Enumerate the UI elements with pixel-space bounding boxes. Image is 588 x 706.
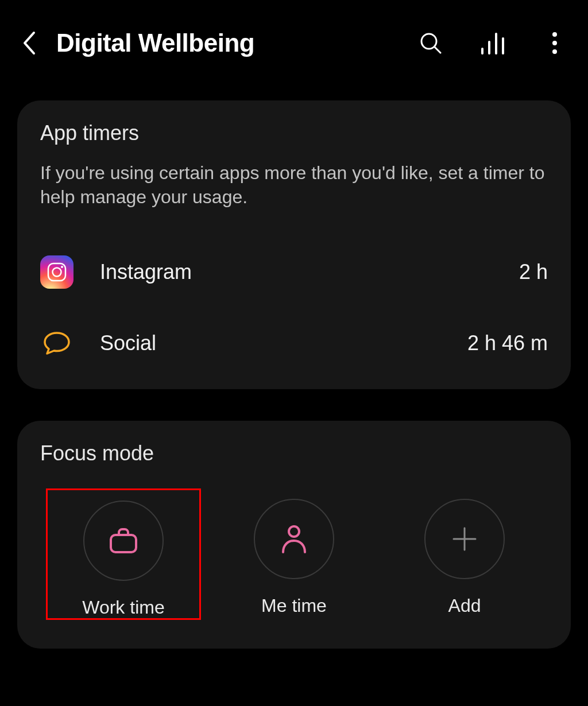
svg-rect-9 — [48, 263, 65, 281]
briefcase-icon — [107, 526, 140, 556]
chevron-left-icon — [22, 31, 36, 55]
svg-point-6 — [552, 32, 557, 37]
page-title: Digital Wellbeing — [56, 29, 254, 57]
svg-line-1 — [435, 47, 440, 53]
timer-row-social[interactable]: Social 2 h 46 m — [40, 320, 548, 366]
timer-app-time: 2 h — [519, 260, 548, 284]
stats-button[interactable] — [477, 27, 509, 59]
focus-item-work-time[interactable]: Work time — [46, 488, 201, 620]
focus-item-label: Add — [448, 595, 481, 616]
timer-app-name: Social — [100, 331, 467, 355]
focus-item-add[interactable]: Add — [387, 488, 542, 620]
focus-circle — [254, 499, 334, 579]
svg-point-11 — [61, 266, 63, 268]
instagram-icon — [40, 255, 74, 289]
focus-item-label: Work time — [82, 597, 164, 618]
svg-point-8 — [552, 49, 557, 54]
more-vertical-icon — [552, 32, 558, 55]
focus-mode-row: Work time Me time Add — [40, 488, 548, 620]
app-timers-description: If you're using certain apps more than y… — [40, 161, 548, 209]
app-timers-card: App timers If you're using certain apps … — [17, 100, 571, 389]
plus-icon — [450, 525, 479, 553]
person-icon — [280, 523, 308, 554]
focus-circle — [83, 501, 164, 581]
focus-mode-card: Focus mode Work time Me — [17, 421, 571, 649]
focus-circle — [424, 499, 505, 579]
app-header: Digital Wellbeing — [17, 0, 571, 86]
svg-point-7 — [552, 41, 557, 45]
timer-list: Instagram 2 h Social 2 h 46 m — [40, 249, 548, 366]
bar-chart-icon — [480, 32, 505, 55]
app-timers-title: App timers — [40, 121, 548, 145]
timer-app-time: 2 h 46 m — [467, 331, 548, 355]
focus-mode-title: Focus mode — [40, 441, 548, 466]
svg-point-10 — [53, 268, 61, 277]
timer-app-name: Instagram — [100, 260, 519, 284]
more-button[interactable] — [539, 27, 571, 59]
svg-rect-12 — [111, 535, 136, 552]
svg-point-13 — [289, 526, 299, 537]
focus-item-me-time[interactable]: Me time — [216, 488, 372, 620]
search-button[interactable] — [415, 27, 447, 59]
search-icon — [419, 31, 443, 55]
focus-item-label: Me time — [261, 595, 327, 616]
back-button[interactable] — [17, 32, 40, 55]
timer-row-instagram[interactable]: Instagram 2 h — [40, 249, 548, 295]
chat-icon — [40, 327, 74, 360]
